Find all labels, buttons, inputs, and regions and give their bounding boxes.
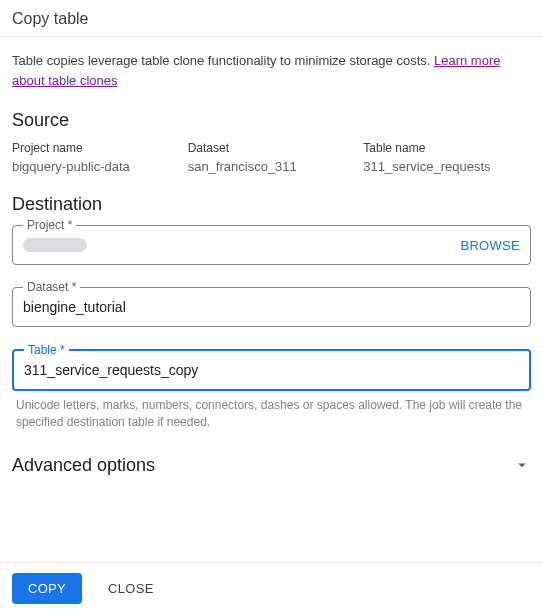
source-dataset-value: san_francisco_311 — [188, 159, 356, 174]
source-project-label: Project name — [12, 141, 180, 155]
source-dataset-label: Dataset — [188, 141, 356, 155]
source-table: Table name 311_service_requests — [363, 141, 531, 174]
dataset-field[interactable]: Dataset * — [12, 287, 531, 327]
dataset-field-label: Dataset * — [23, 280, 80, 294]
table-field-label: Table * — [24, 343, 69, 357]
dialog-title: Copy table — [12, 10, 531, 28]
close-button[interactable]: CLOSE — [100, 573, 162, 604]
dialog-footer: COPY CLOSE — [0, 562, 543, 614]
source-heading: Source — [12, 110, 531, 131]
source-table-value: 311_service_requests — [363, 159, 531, 174]
source-project-value: bigquery-public-data — [12, 159, 180, 174]
chevron-down-icon — [513, 456, 531, 474]
copy-button[interactable]: COPY — [12, 573, 82, 604]
source-table-label: Table name — [363, 141, 531, 155]
project-field[interactable]: Project * BROWSE — [12, 225, 531, 265]
table-helper-text: Unicode letters, marks, numbers, connect… — [16, 397, 527, 431]
browse-button[interactable]: BROWSE — [452, 238, 520, 253]
advanced-options-toggle[interactable]: Advanced options — [12, 455, 531, 476]
dataset-input[interactable] — [23, 299, 520, 315]
source-project: Project name bigquery-public-data — [12, 141, 180, 174]
source-row: Project name bigquery-public-data Datase… — [12, 141, 531, 174]
table-field[interactable]: Table * — [12, 349, 531, 391]
table-input[interactable] — [24, 362, 519, 378]
project-field-label: Project * — [23, 218, 76, 232]
source-dataset: Dataset san_francisco_311 — [188, 141, 356, 174]
project-value-redacted — [23, 238, 87, 252]
intro-body: Table copies leverage table clone functi… — [12, 53, 434, 68]
intro-text: Table copies leverage table clone functi… — [12, 51, 531, 90]
dialog-header: Copy table — [0, 0, 543, 37]
advanced-options-heading: Advanced options — [12, 455, 155, 476]
destination-heading: Destination — [12, 194, 531, 215]
dialog-content: Table copies leverage table clone functi… — [0, 37, 543, 476]
